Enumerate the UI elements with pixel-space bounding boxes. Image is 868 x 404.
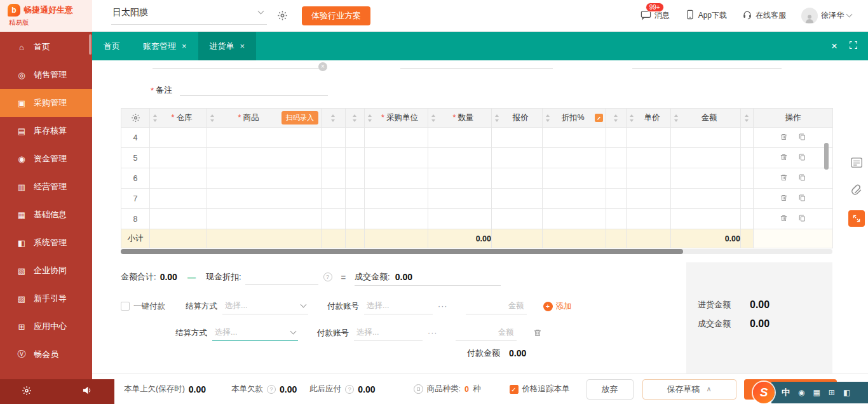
grid-cell[interactable] xyxy=(543,209,606,229)
grid-cell[interactable] xyxy=(606,168,627,189)
col-header-warehouse[interactable]: *仓库 xyxy=(150,109,207,128)
more-options-icon[interactable]: ··· xyxy=(428,328,438,337)
sidebar-item-base-info[interactable]: ▦基础信息 xyxy=(0,201,92,229)
sidebar-item-system[interactable]: ◧系统管理 xyxy=(0,229,92,257)
vertical-scrollbar[interactable] xyxy=(824,143,829,170)
col-header-product[interactable]: *商品扫码录入 xyxy=(207,109,322,128)
sort-icon[interactable] xyxy=(352,114,358,123)
col-header-narrow-2[interactable] xyxy=(346,109,365,128)
grid-cell[interactable] xyxy=(671,128,741,148)
online-service-button[interactable]: 在线客服 xyxy=(742,10,786,22)
grid-cell[interactable] xyxy=(741,128,754,148)
one-click-pay-checkbox[interactable] xyxy=(121,302,130,311)
ime-logo-icon[interactable]: S xyxy=(753,382,775,403)
grid-cell[interactable] xyxy=(322,168,346,189)
grid-cell[interactable] xyxy=(365,209,428,229)
copy-row-icon[interactable] xyxy=(798,133,806,143)
pay-amount-input[interactable]: 金额 xyxy=(456,325,517,341)
delete-payment-icon[interactable] xyxy=(533,328,542,337)
grid-cell[interactable] xyxy=(150,189,207,209)
more-options-icon[interactable]: ··· xyxy=(438,302,448,311)
tab-purchase-order[interactable]: 进货单 × xyxy=(198,32,257,60)
sort-icon[interactable] xyxy=(629,114,635,123)
close-tab-icon[interactable]: × xyxy=(182,41,187,51)
sidebar-item-collaboration[interactable]: ▧企业协同 xyxy=(0,257,92,285)
grid-cell[interactable] xyxy=(671,209,741,229)
attachment-icon[interactable] xyxy=(850,184,863,199)
grid-cell[interactable] xyxy=(606,189,627,209)
grid-cell[interactable] xyxy=(492,128,543,148)
sort-icon[interactable] xyxy=(153,114,158,123)
col-header-quantity[interactable]: *数量 xyxy=(428,109,492,128)
grid-cell[interactable] xyxy=(346,209,365,229)
delete-row-icon[interactable] xyxy=(780,153,788,163)
sort-icon[interactable] xyxy=(210,114,215,123)
scrollbar-thumb[interactable] xyxy=(121,249,683,254)
delete-row-icon[interactable] xyxy=(780,194,788,204)
grid-cell[interactable] xyxy=(627,128,671,148)
grid-cell[interactable] xyxy=(428,168,492,189)
grid-cell[interactable] xyxy=(671,148,741,168)
grid-cell[interactable] xyxy=(741,209,754,229)
grid-cell[interactable] xyxy=(346,148,365,168)
grid-cell[interactable] xyxy=(543,148,606,168)
column-settings-header[interactable] xyxy=(121,109,150,128)
edit-discount-icon[interactable] xyxy=(595,114,603,122)
copy-row-icon[interactable] xyxy=(798,153,806,163)
sort-icon[interactable] xyxy=(744,114,750,123)
horizontal-scrollbar[interactable] xyxy=(121,249,832,254)
grid-cell[interactable] xyxy=(741,189,754,209)
messages-button[interactable]: 99+ 消息 xyxy=(641,10,670,22)
col-header-amount[interactable]: 金额 xyxy=(671,109,741,128)
grid-cell[interactable] xyxy=(428,189,492,209)
help-icon[interactable]: ? xyxy=(345,385,354,394)
price-track-checkbox[interactable]: ✓ xyxy=(510,385,519,394)
grid-cell[interactable] xyxy=(365,148,428,168)
sort-icon[interactable] xyxy=(367,114,373,123)
grid-cell[interactable] xyxy=(492,189,543,209)
grid-cell[interactable] xyxy=(428,209,492,229)
grid-cell[interactable] xyxy=(492,168,543,189)
grid-cell[interactable] xyxy=(365,168,428,189)
sidebar-item-home[interactable]: ⌂首页 xyxy=(0,33,92,61)
grid-cell[interactable] xyxy=(492,209,543,229)
abandon-button[interactable]: 放弃 xyxy=(587,379,634,400)
copy-row-icon[interactable] xyxy=(798,214,806,224)
form-field-underline[interactable] xyxy=(632,68,782,69)
sort-icon[interactable] xyxy=(674,114,679,123)
ime-language-toggle[interactable]: 中 xyxy=(782,387,790,398)
settings-gear-icon[interactable] xyxy=(277,10,288,21)
grid-cell[interactable] xyxy=(543,189,606,209)
grid-cell[interactable] xyxy=(150,209,207,229)
grid-cell[interactable] xyxy=(365,128,428,148)
add-payment-button[interactable]: + 添加 xyxy=(543,301,572,312)
sort-icon[interactable] xyxy=(545,114,551,123)
tab-account-management[interactable]: 账套管理 × xyxy=(132,32,198,60)
grid-cell[interactable] xyxy=(543,128,606,148)
scan-entry-button[interactable]: 扫码录入 xyxy=(281,111,318,125)
col-header-narrow-1[interactable] xyxy=(322,109,346,128)
grid-cell[interactable] xyxy=(741,148,754,168)
col-header-narrow-3[interactable] xyxy=(606,109,627,128)
account-set-select[interactable]: 日太阳膜 xyxy=(111,7,267,25)
gear-icon[interactable] xyxy=(22,386,32,398)
sidebar-item-app-center[interactable]: ⊞应用中心 xyxy=(0,313,92,340)
tab-home[interactable]: 首页 xyxy=(92,32,132,60)
remark-input[interactable] xyxy=(180,82,328,96)
grid-cell[interactable] xyxy=(627,209,671,229)
ime-keyboard-icon[interactable]: ▦ xyxy=(813,388,820,397)
grid-cell[interactable] xyxy=(606,148,627,168)
col-header-quote[interactable]: 报价 xyxy=(492,109,543,128)
pay-amount-input[interactable]: 金额 xyxy=(466,298,527,314)
sidebar-item-guide[interactable]: ▨新手引导 xyxy=(0,285,92,313)
grid-cell[interactable] xyxy=(428,128,492,148)
expand-panel-icon[interactable] xyxy=(848,210,865,227)
grid-cell[interactable] xyxy=(365,189,428,209)
speaker-icon[interactable] xyxy=(82,385,93,398)
grid-cell[interactable] xyxy=(150,128,207,148)
sort-icon[interactable] xyxy=(494,114,500,123)
col-header-narrow-4[interactable] xyxy=(741,109,754,128)
save-draft-button[interactable]: 保存草稿 ∧ xyxy=(642,379,736,400)
help-icon[interactable]: ? xyxy=(267,385,276,394)
grid-cell[interactable] xyxy=(492,148,543,168)
